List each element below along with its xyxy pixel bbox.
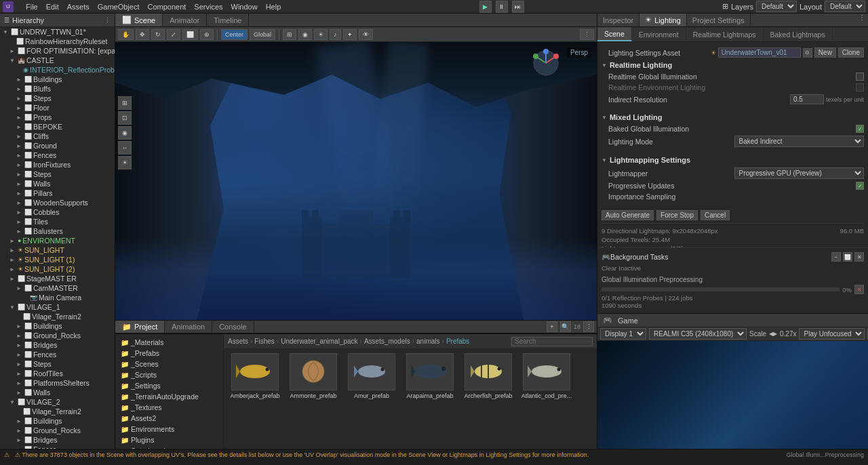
- game-view[interactable]: [597, 341, 868, 449]
- tool-transform[interactable]: ⊕: [200, 29, 214, 40]
- hierarchy-item[interactable]: 📷Main Camera: [0, 293, 115, 302]
- overlay-btn-3[interactable]: ◉: [118, 126, 132, 140]
- indirect-res-input[interactable]: [790, 94, 824, 104]
- game-display-select[interactable]: Display 1: [600, 328, 646, 340]
- project-folder[interactable]: 📁_Scenes: [115, 359, 223, 369]
- hierarchy-item[interactable]: ▼⬜VILAGE_1: [0, 302, 115, 312]
- breadcrumb-item[interactable]: Assets_models: [364, 338, 410, 345]
- lighting-btn[interactable]: ☀: [314, 29, 328, 40]
- tab-scene[interactable]: ⬜ Scene: [115, 14, 163, 26]
- hierarchy-item[interactable]: ►⬜BEPOKE: [0, 122, 115, 132]
- asset-item[interactable]: Archerfish_prefab: [461, 353, 515, 400]
- settings-asset-target[interactable]: ⊙: [803, 48, 812, 58]
- hierarchy-item[interactable]: ►⬜WoodenSupports: [0, 198, 115, 207]
- project-folder[interactable]: 📁Environments: [115, 424, 223, 434]
- hierarchy-item[interactable]: ⬜Vilage_Terrain2: [0, 407, 115, 416]
- hidden-btn[interactable]: 👁: [359, 29, 373, 40]
- lighting-mode-select[interactable]: Baked Indirect: [734, 136, 865, 147]
- hierarchy-item[interactable]: ►☀SUN_LIGHT (1): [0, 255, 115, 264]
- tool-scale[interactable]: ⤢: [167, 29, 180, 40]
- bg-tasks-restore[interactable]: ⬜: [843, 252, 852, 262]
- lightmapper-select[interactable]: Progressive GPU (Preview): [734, 167, 865, 179]
- tool-rect[interactable]: ⬜: [182, 29, 198, 40]
- hierarchy-item[interactable]: ►⬜Buildings: [0, 321, 115, 331]
- hierarchy-item[interactable]: ►⬜Steps: [0, 169, 115, 179]
- hierarchy-item[interactable]: ►⬜PlatformsShelters: [0, 378, 115, 388]
- asset-item[interactable]: Atlantic_cod_pre...: [519, 353, 574, 400]
- scene-view[interactable]: Persp ⊞: [115, 42, 597, 320]
- gizmos-btn[interactable]: ◉: [298, 29, 312, 40]
- hierarchy-item[interactable]: ⬜Vilage_Terrain2: [0, 312, 115, 321]
- bg-tasks-close[interactable]: ✕: [854, 252, 864, 262]
- project-folder[interactable]: 📁_Scripts: [115, 369, 223, 380]
- game-resolution-select[interactable]: REALMI C35 (2408x1080): [649, 328, 747, 340]
- asset-item[interactable]: Amur_prefab: [344, 353, 399, 400]
- baked-gi-checkbox[interactable]: ✓: [856, 125, 864, 133]
- hierarchy-item[interactable]: ►⬜Bluffs: [0, 84, 115, 94]
- tab-console[interactable]: Console: [212, 321, 254, 333]
- hierarchy-item[interactable]: ►⬜Ground_Rocks: [0, 426, 115, 435]
- hierarchy-item[interactable]: ►⬜Ground: [0, 141, 115, 150]
- tab-inspector[interactable]: Inspector: [597, 14, 639, 26]
- step-button[interactable]: ⏭: [512, 1, 524, 13]
- hierarchy-options[interactable]: ⋮: [104, 17, 111, 24]
- hierarchy-item[interactable]: ►⬜Steps: [0, 94, 115, 103]
- hierarchy-item[interactable]: ►⬜Tiles: [0, 217, 115, 226]
- tool-hand[interactable]: ✋: [118, 29, 134, 40]
- menu-help[interactable]: Help: [266, 3, 281, 11]
- overlay-btn-4[interactable]: ↔: [118, 141, 132, 155]
- clone-lighting-btn[interactable]: Clone: [838, 47, 864, 58]
- project-folder[interactable]: 📁_Prefabs: [115, 348, 223, 359]
- game-playmode-select[interactable]: Play Unfocused: [799, 328, 865, 340]
- hierarchy-item[interactable]: ▼⬜VILAGE_2: [0, 397, 115, 407]
- project-folder[interactable]: 📁SatorImaging: [115, 445, 223, 449]
- progressive-updates-checkbox[interactable]: ✓: [856, 182, 864, 190]
- hierarchy-item[interactable]: ►⬜Walls: [0, 179, 115, 188]
- lighting-subtab-scene[interactable]: Scene: [597, 27, 632, 41]
- breadcrumb-item[interactable]: Underwater_animal_pack: [281, 338, 357, 345]
- lightmapping-section-header[interactable]: ▼ Lightmapping Settings: [601, 154, 864, 166]
- lighting-subtab-realtime[interactable]: Realtime Lightmaps: [686, 27, 764, 41]
- hierarchy-item[interactable]: ►⬜Bridges: [0, 340, 115, 350]
- menu-gameobject[interactable]: GameObject: [98, 3, 140, 11]
- hierarchy-item[interactable]: ►⬜Ground_Rocks: [0, 331, 115, 340]
- tool-move[interactable]: ✥: [136, 29, 149, 40]
- tab-timeline[interactable]: Timeline: [207, 14, 249, 26]
- overlay-btn-5[interactable]: ☀: [118, 156, 132, 169]
- right-panel-options[interactable]: ⋮: [856, 14, 868, 26]
- settings-asset-value[interactable]: UnderwaterTown_v01: [718, 47, 801, 58]
- asset-item[interactable]: Ammonte_prefab: [286, 353, 340, 400]
- breadcrumb-item[interactable]: Fishes: [254, 338, 274, 345]
- lighting-subtab-environment[interactable]: Environment: [632, 27, 686, 41]
- project-folder[interactable]: 📁Plugins: [115, 434, 223, 445]
- hierarchy-item[interactable]: ◉INTERIOR_ReflectionProbe: [0, 65, 115, 75]
- hierarchy-item[interactable]: ►⬜Cobbles: [0, 207, 115, 217]
- hierarchy-item[interactable]: ►⬜Steps: [0, 359, 115, 369]
- project-folder[interactable]: 📁_Textures: [115, 402, 223, 413]
- realtime-gi-checkbox[interactable]: [856, 73, 864, 81]
- layers-dropdown[interactable]: Default: [756, 1, 797, 12]
- realtime-section-header[interactable]: ▼ Realtime Lighting: [601, 59, 864, 71]
- scene-options[interactable]: ⋮: [580, 29, 594, 40]
- hierarchy-item[interactable]: ►⬜Buildings: [0, 416, 115, 426]
- layout-dropdown[interactable]: Default: [825, 1, 865, 12]
- project-search-btn[interactable]: 🔍: [560, 321, 571, 332]
- hierarchy-item[interactable]: ►●ENVIRONMENT: [0, 236, 115, 245]
- asset-item[interactable]: Amberjack_prefab: [228, 353, 282, 400]
- hierarchy-item[interactable]: ►⬜CamMASTER: [0, 283, 115, 293]
- overlay-btn-2[interactable]: ⊡: [118, 111, 132, 125]
- tab-animation[interactable]: Animation: [165, 321, 212, 333]
- hierarchy-item[interactable]: ►⬜Fences: [0, 445, 115, 449]
- hierarchy-item[interactable]: ►⬜FOR OPTIMISATION: [expan: [0, 46, 115, 56]
- hierarchy-item[interactable]: ►⬜Pillars: [0, 188, 115, 198]
- project-folder[interactable]: 📁Assets2: [115, 413, 223, 424]
- center-btn[interactable]: Center: [221, 29, 248, 40]
- overlay-btn-1[interactable]: ⊞: [118, 96, 132, 110]
- menu-assets[interactable]: Assets: [67, 3, 90, 11]
- project-folder[interactable]: 📁_Settings: [115, 380, 223, 391]
- menu-component[interactable]: Component: [147, 3, 186, 11]
- hierarchy-item[interactable]: ►⬜RoofTiles: [0, 369, 115, 378]
- new-lighting-btn[interactable]: New: [814, 47, 836, 58]
- hierarchy-item[interactable]: ►⬜Fences: [0, 150, 115, 160]
- force-stop-btn[interactable]: Force Stop: [656, 210, 698, 220]
